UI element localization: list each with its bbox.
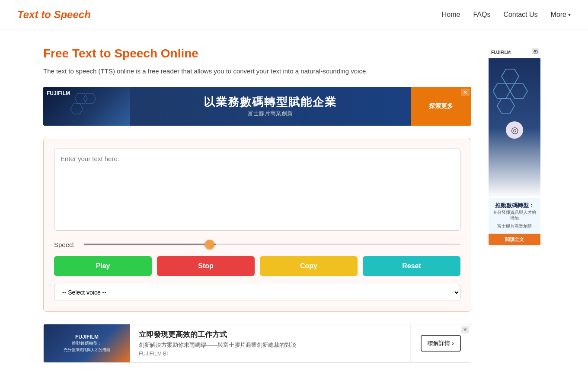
ad-banner-top: 以業務數碼轉型賦能企業 富士膠片商業創新 探索更多 ✕: [43, 87, 471, 126]
ad-top-close-button[interactable]: ✕: [461, 89, 470, 96]
sidebar-ad-main-text: 推動數碼轉型：: [492, 202, 537, 209]
nav-contact[interactable]: Contact Us: [503, 11, 537, 19]
speed-slider[interactable]: [84, 244, 460, 245]
main-content: Free Text to Speech Online The text to s…: [43, 47, 471, 363]
svg-marker-3: [502, 69, 519, 84]
reset-button[interactable]: Reset: [363, 256, 460, 276]
sidebar-ad-sub-text: 充分發揮資訊與人才的潛能: [492, 209, 537, 222]
ad-top-cta-text: 探索更多: [429, 102, 453, 110]
ad-bottom-sub-text: 創新解決方案助你未雨綢繆——與富士膠片商業創新總裁的對談: [139, 341, 402, 349]
svg-marker-6: [497, 98, 514, 113]
tts-widget: Speed: Play Stop Copy Reset -- Select vo…: [43, 138, 471, 312]
ad-bottom-close-button[interactable]: ✕: [461, 326, 469, 333]
tts-textarea[interactable]: [54, 149, 460, 231]
ad-top-sub-text: 富士膠片商業創新: [248, 110, 293, 117]
page-title: Free Text to Speech Online: [43, 47, 471, 60]
ad-bottom-left-text: FUJIFILM 推動數碼轉型： 充分發揮資訊與人才的潛能: [60, 330, 114, 356]
ad-detail-label: 瞭解詳情: [428, 339, 450, 347]
nav-faqs[interactable]: FAQs: [473, 11, 490, 19]
nav-links: Home FAQs Contact Us More: [442, 11, 571, 19]
nav-more-button[interactable]: More: [551, 11, 571, 19]
play-button[interactable]: Play: [54, 256, 152, 276]
speed-label: Speed:: [54, 241, 78, 248]
sidebar: FUJIFILM ⓘ ◎ 推動數碼轉型： 充分發揮資訊與人才的潛能 富士膠片商業…: [489, 47, 545, 363]
voice-select[interactable]: -- Select voice -- English (US) English …: [54, 284, 460, 301]
ad-bottom-left-image: FUJIFILM 推動數碼轉型： 充分發揮資訊與人才的潛能: [44, 324, 130, 362]
ad-banner-bottom: FUJIFILM 推動數碼轉型： 充分發揮資訊與人才的潛能 立即發現更高效的工作…: [43, 324, 471, 363]
nav-home[interactable]: Home: [442, 11, 460, 19]
svg-marker-1: [83, 93, 96, 104]
sidebar-ad: FUJIFILM ⓘ ◎ 推動數碼轉型： 充分發揮資訊與人才的潛能 富士膠片商業…: [489, 47, 540, 245]
copy-button[interactable]: Copy: [260, 256, 358, 276]
nav-logo[interactable]: Text to Speech: [17, 9, 91, 21]
ad-top-main-text: 以業務數碼轉型賦能企業: [204, 95, 337, 110]
ad-detail-button[interactable]: 瞭解詳情 ›: [421, 335, 460, 352]
ad-top-center: 以業務數碼轉型賦能企業 富士膠片商業創新: [130, 87, 411, 126]
ad-detail-arrow-icon: ›: [452, 340, 454, 346]
page-description: The text to speech (TTS) online is a fre…: [43, 67, 471, 76]
tts-buttons: Play Stop Copy Reset: [54, 256, 460, 276]
sidebar-ad-close-button[interactable]: ✕: [532, 48, 539, 54]
stop-button[interactable]: Stop: [157, 256, 255, 276]
ad-bottom-main-text: 立即發現更高效的工作方式: [139, 330, 402, 339]
navbar: Text to Speech Home FAQs Contact Us More: [0, 0, 588, 29]
ad-bottom-brand: FUJIFILM BI: [139, 351, 402, 357]
svg-marker-5: [510, 84, 527, 98]
sidebar-ad-brand2: 富士膠片商業創新: [492, 223, 537, 229]
svg-marker-4: [493, 84, 510, 98]
ad-top-left-image: [43, 87, 130, 126]
svg-marker-2: [70, 104, 83, 114]
sidebar-read-more-button[interactable]: 閱讀全文: [489, 234, 540, 245]
sidebar-ad-brand: FUJIFILM: [491, 50, 511, 55]
ad-bottom-center: 立即發現更高效的工作方式 創新解決方案助你未雨綢繆——與富士膠片商業創新總裁的對…: [130, 324, 410, 362]
page-wrapper: Free Text to Speech Online The text to s…: [17, 29, 571, 371]
speed-row: Speed:: [54, 241, 460, 248]
